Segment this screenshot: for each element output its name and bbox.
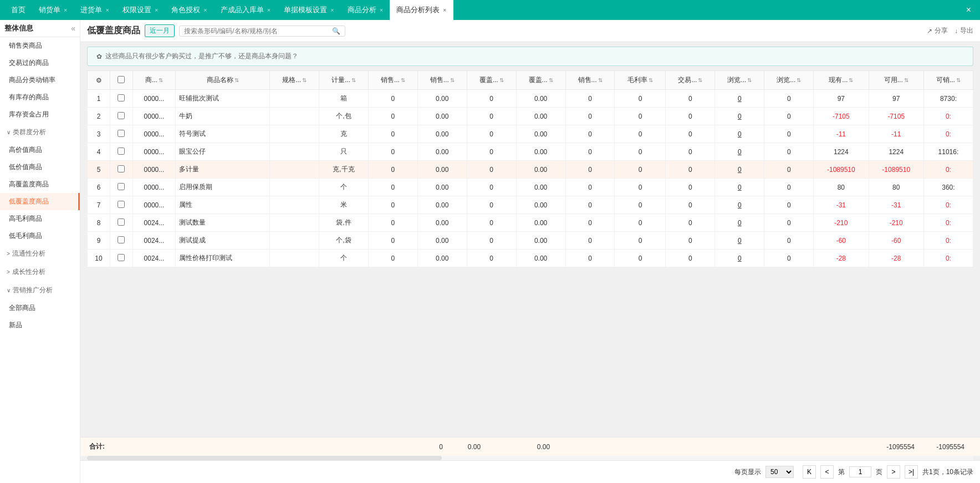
sidebar-item-low-margin[interactable]: 低毛利商品 [0,227,80,245]
spec-column-header[interactable]: 规格...⇅ [270,71,319,90]
sales3-column-header[interactable]: 销售...⇅ [565,71,615,90]
sidebar-item-high-value[interactable]: 高价值商品 [0,141,80,159]
row-browse1[interactable]: 0 [715,108,764,125]
last-page-button[interactable]: >| [905,465,918,479]
row-browse1[interactable]: 0 [715,179,764,196]
name-column-header[interactable]: 商品名称⇅ [176,71,270,90]
sales-amount-column-header[interactable]: 销售...⇅ [417,71,467,90]
row-unit: 个 [319,179,369,196]
nav-close-permission[interactable]: × [155,7,158,13]
page-suffix: 页 [876,467,882,477]
prev-page-button[interactable]: < [820,465,834,479]
current-column-header[interactable]: 现有...⇅ [814,71,869,90]
select-all-checkbox[interactable] [118,76,125,83]
available-column-header[interactable]: 可用...⇅ [869,71,923,90]
first-page-button[interactable]: K [803,465,816,479]
settings-column-header[interactable]: ⚙ [88,71,110,90]
row-saleable: 0: [923,196,973,214]
row-browse1[interactable]: 0 [715,250,764,267]
nav-permission-settings[interactable]: 权限设置 × [116,0,165,20]
nav-product-analysis-list[interactable]: 商品分析列表 × [390,0,453,20]
row-checkbox[interactable] [110,196,133,214]
row-browse1[interactable]: 0 [715,214,764,232]
row-saleable: 0: [923,125,973,143]
nav-close-template[interactable]: × [330,7,334,13]
next-page-button[interactable]: > [887,465,900,479]
gross-margin-column-header[interactable]: 毛利率⇅ [615,71,666,90]
nav-close-sales-order[interactable]: × [64,7,67,13]
page-number-input[interactable] [849,466,871,477]
code-column-header[interactable]: 商...⇅ [132,71,176,90]
sidebar-item-inventory-capital[interactable]: 库存资金占用 [0,106,80,123]
share-button[interactable]: ↗ 分享 [927,26,948,35]
sidebar-item-new-products[interactable]: 新品 [0,317,80,334]
row-unit: 克 [319,125,369,143]
row-sales-count: 0 [368,214,417,232]
row-checkbox[interactable] [110,214,133,232]
trade-column-header[interactable]: 交易...⇅ [666,71,715,90]
row-browse1[interactable]: 0 [715,196,764,214]
row-browse1[interactable]: 0 [715,232,764,250]
saleable-column-header[interactable]: 可销...⇅ [923,71,973,90]
row-unit: 个 [319,250,369,267]
sidebar-item-all-products[interactable]: 全部商品 [0,299,80,317]
nav-template-settings[interactable]: 单据模板设置 × [277,0,340,20]
nav-product-warehouse[interactable]: 产成品入库单 × [214,0,277,20]
nav-close-product-warehouse[interactable]: × [267,7,270,13]
nav-close-product-analysis[interactable]: × [380,7,383,13]
sidebar-item-inventory-products[interactable]: 有库存的商品 [0,89,80,106]
sidebar-section-growth-title[interactable]: > 成长性分析 [0,263,80,281]
page-size-select[interactable]: 50 20 100 [765,466,794,478]
row-checkbox[interactable] [110,108,133,125]
nav-close-purchase-order[interactable]: × [105,7,109,13]
row-checkbox[interactable] [110,143,133,161]
nav-role-auth[interactable]: 角色授权 × [165,0,213,20]
row-checkbox[interactable] [110,179,133,196]
sidebar-item-high-margin[interactable]: 高毛利商品 [0,210,80,227]
row-checkbox[interactable] [110,125,133,143]
sidebar-section-cluster-title[interactable]: ∨ 类群度分析 [0,123,80,141]
nav-product-analysis[interactable]: 商品分析 × [341,0,390,20]
nav-sales-order[interactable]: 销货单 × [32,0,74,20]
sidebar-item-traded-products[interactable]: 交易过的商品 [0,54,80,72]
cover1-column-header[interactable]: 覆盖...⇅ [467,71,516,90]
browse1-column-header[interactable]: 浏览...⇅ [715,71,764,90]
nav-home[interactable]: 首页 [4,0,32,20]
sidebar-item-low-coverage[interactable]: 低覆盖度商品 [0,193,80,210]
nav-close-role-auth[interactable]: × [203,7,207,13]
row-browse1[interactable]: 0 [715,143,764,161]
sidebar-item-product-category-rate[interactable]: 商品分类动销率 [0,72,80,89]
footer-label: 合计: [89,442,105,451]
nav-close-product-analysis-list[interactable]: × [443,7,446,13]
row-browse1[interactable]: 0 [715,161,764,179]
sales-count-column-header[interactable]: 销售...⇅ [368,71,417,90]
filter-button[interactable]: 近一月 [145,24,175,37]
search-input[interactable] [184,27,330,35]
cover2-column-header[interactable]: 覆盖...⇅ [516,71,565,90]
sidebar-section-liquidity-title[interactable]: > 流通性分析 [0,245,80,263]
nav-close-all[interactable]: × [962,5,976,15]
row-browse1[interactable]: 0 [715,125,764,143]
row-sales-amount: 0.00 [417,214,467,232]
export-button[interactable]: ↓ 导出 [955,26,973,35]
row-unit: 只 [319,143,369,161]
sidebar-item-low-value[interactable]: 低价值商品 [0,159,80,176]
row-checkbox[interactable] [110,250,133,267]
unit-column-header[interactable]: 计量...⇅ [319,71,369,90]
sidebar-item-sales-products[interactable]: 销售类商品 [0,37,80,54]
sidebar-section-marketing-title[interactable]: ∨ 营销推广分析 [0,281,80,299]
scrollbar-track[interactable] [87,456,442,460]
row-checkbox[interactable] [110,161,133,179]
row-checkbox[interactable] [110,232,133,250]
row-checkbox[interactable] [110,90,133,108]
sidebar-item-high-coverage[interactable]: 高覆盖度商品 [0,176,80,193]
checkbox-column-header[interactable] [110,71,133,90]
sidebar-collapse-button[interactable]: « [71,24,75,33]
nav-purchase-order[interactable]: 进货单 × [74,0,115,20]
row-cover1: 0 [467,161,516,179]
row-code: 0000... [132,90,176,108]
browse2-column-header[interactable]: 浏览...⇅ [764,71,814,90]
row-code: 0000... [132,161,176,179]
row-browse1[interactable]: 0 [715,90,764,108]
horizontal-scrollbar[interactable] [87,456,973,460]
